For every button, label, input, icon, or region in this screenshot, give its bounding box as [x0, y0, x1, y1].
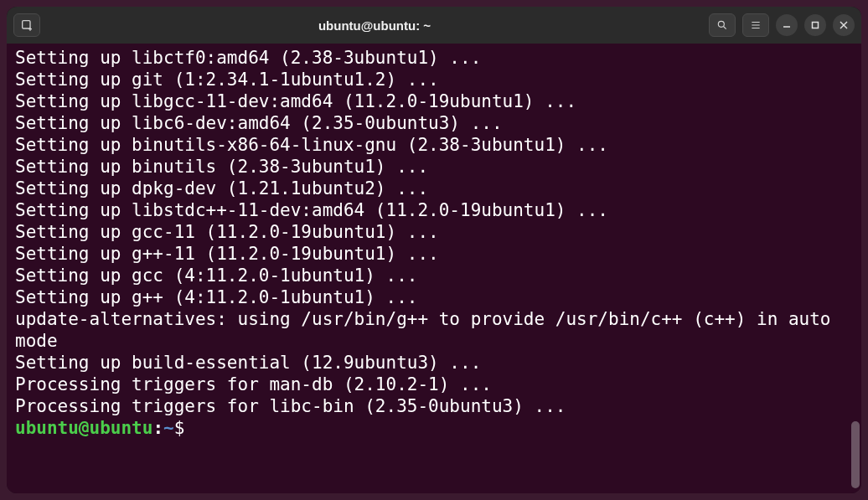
prompt-colon: : — [152, 418, 163, 438]
new-tab-icon — [20, 18, 34, 32]
prompt-user-host: ubuntu@ubuntu — [15, 418, 152, 438]
minimize-icon — [783, 21, 791, 29]
search-button[interactable] — [709, 13, 736, 37]
menu-button[interactable] — [742, 13, 769, 37]
titlebar: ubuntu@ubuntu: ~ — [7, 7, 861, 44]
close-button[interactable] — [833, 14, 855, 36]
prompt-line: ubuntu@ubuntu:~$ — [15, 417, 853, 439]
prompt-path: ~ — [163, 418, 174, 438]
terminal-output: Setting up libctf0:amd64 (2.38-3ubuntu1)… — [15, 48, 841, 416]
new-tab-button[interactable] — [13, 13, 40, 37]
maximize-button[interactable] — [804, 14, 826, 36]
minimize-button[interactable] — [776, 14, 798, 36]
terminal-body[interactable]: Setting up libctf0:amd64 (2.38-3ubuntu1)… — [7, 44, 861, 493]
terminal-window: ubuntu@ubuntu: ~ — [7, 7, 861, 493]
svg-point-3 — [718, 21, 724, 27]
svg-rect-9 — [813, 23, 819, 28]
scrollbar-track[interactable] — [850, 44, 860, 492]
scrollbar-thumb[interactable] — [851, 421, 860, 488]
titlebar-left — [13, 13, 40, 37]
search-icon — [716, 19, 728, 31]
svg-rect-0 — [23, 21, 30, 28]
window-title: ubuntu@ubuntu: ~ — [47, 18, 702, 33]
prompt-dollar: $ — [174, 418, 195, 438]
svg-line-4 — [724, 27, 726, 29]
titlebar-right — [709, 13, 855, 37]
close-icon — [840, 21, 848, 29]
hamburger-icon — [750, 19, 762, 31]
maximize-icon — [811, 21, 819, 29]
